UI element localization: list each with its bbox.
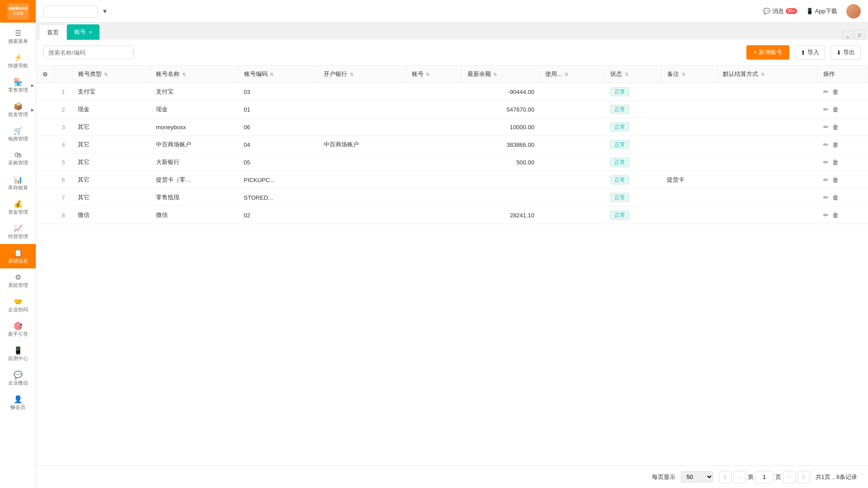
edit-button[interactable]: ✏ <box>823 141 829 148</box>
window-minimize-button[interactable]: _ <box>843 30 853 40</box>
row-remark <box>661 136 717 154</box>
message-button[interactable]: 💬 消息 99+ <box>763 7 797 15</box>
column-account[interactable]: 账号 ⇅ <box>406 66 462 83</box>
header-dropdown-icon[interactable]: ▾ <box>103 7 107 15</box>
sidebar-item-company-agreement[interactable]: 🤝 企业协同 <box>0 293 36 317</box>
edit-button[interactable]: ✏ <box>823 211 829 219</box>
header-search-input[interactable] <box>43 5 98 18</box>
column-settings[interactable]: ⚙ <box>36 66 54 83</box>
table-row: 5 其它 大新银行 05 500.00 正常 ✏ 🗑 <box>36 154 868 171</box>
sidebar-item-new-guide[interactable]: 🎯 新手引导 <box>0 317 36 342</box>
delete-button[interactable]: 🗑 <box>832 176 839 183</box>
row-status: 正常 <box>605 136 662 154</box>
column-usage[interactable]: 使用... ⇅ <box>540 66 605 83</box>
close-tab-icon[interactable]: ✕ <box>89 30 92 35</box>
avatar[interactable] <box>846 4 861 19</box>
sidebar-item-retail[interactable]: 🏪 零售管理 ▶ <box>0 73 36 98</box>
export-label: 导出 <box>843 48 855 56</box>
wholesale-icon: 📦 <box>14 102 23 111</box>
row-usage <box>540 136 605 154</box>
row-status: 正常 <box>605 154 662 171</box>
page-number-input[interactable] <box>755 471 774 483</box>
table-row: 2 现金 现金 01 547670.00 正常 ✏ 🗑 <box>36 101 868 118</box>
delete-button[interactable]: 🗑 <box>832 123 839 131</box>
row-status: 正常 <box>605 189 662 206</box>
row-usage <box>540 83 605 101</box>
delete-button[interactable]: 🗑 <box>832 88 839 95</box>
column-balance[interactable]: 最新余额 ⇅ <box>462 66 540 83</box>
page-nav: ⟪ ‹ 第 页 › ⟫ <box>719 471 810 483</box>
system-label: 系统管理 <box>8 282 28 288</box>
search-label: 搜索菜单 <box>8 38 28 44</box>
page-next-button[interactable]: › <box>783 471 796 483</box>
row-balance <box>462 171 540 189</box>
search-input[interactable] <box>44 47 129 59</box>
edit-button[interactable]: ✏ <box>823 176 829 183</box>
import-button[interactable]: ⬆ 导入 <box>795 45 825 60</box>
app-center-label: 应用中心 <box>8 356 28 361</box>
sidebar-item-app-center[interactable]: 📱 应用中心 <box>0 342 36 366</box>
row-remark <box>661 189 717 206</box>
sidebar-item-member[interactable]: 👤 畅会员 <box>0 390 36 415</box>
row-account <box>406 189 462 206</box>
delete-button[interactable]: 🗑 <box>832 106 839 113</box>
column-type[interactable]: 账号类型 ⇅ <box>72 66 151 83</box>
sidebar-item-finance[interactable]: 💰 资金管理 <box>0 195 36 220</box>
message-label: 消息 <box>772 7 784 15</box>
sidebar-item-basic-info[interactable]: 📋 基础信息 <box>0 244 36 268</box>
row-actions: ✏ 🗑 <box>818 206 868 224</box>
delete-button[interactable]: 🗑 <box>832 141 839 148</box>
sidebar-item-quick-nav[interactable]: ⚡ 快捷导航 <box>0 49 36 73</box>
delete-button[interactable]: 🗑 <box>832 159 839 166</box>
page-last-button[interactable]: ⟫ <box>797 471 810 483</box>
main-area: ▾ 💬 消息 99+ 📱 App下载 首页 账号 ✕ _ <box>36 0 868 488</box>
new-guide-icon: 🎯 <box>14 322 23 330</box>
logo-text-top: 畅捷通好生意 <box>9 7 28 10</box>
edit-button[interactable]: ✏ <box>823 159 829 166</box>
page-size-select[interactable]: 50 100 200 <box>681 471 713 483</box>
page-first-button[interactable]: ⟪ <box>719 471 731 483</box>
column-settlement[interactable]: 默认结算方式 ⇅ <box>717 66 818 83</box>
search-button[interactable]: 🔍 <box>129 46 134 59</box>
sidebar-item-wholesale[interactable]: 📦 批发管理 ▶ <box>0 98 36 122</box>
export-button[interactable]: ⬇ 导出 <box>830 45 861 60</box>
system-icon: ⚙ <box>15 273 21 282</box>
tab-account[interactable]: 账号 ✕ <box>67 24 99 40</box>
row-balance: 547670.00 <box>462 101 540 118</box>
tab-home[interactable]: 首页 <box>40 25 66 40</box>
column-name[interactable]: 账号名称 ⇅ <box>151 66 238 83</box>
window-restore-button[interactable]: □ <box>854 30 864 40</box>
sidebar-item-inventory[interactable]: 📊 库存核算 <box>0 171 36 195</box>
row-remark <box>661 83 717 101</box>
row-name: 零售抵现 <box>151 189 238 206</box>
add-account-button[interactable]: + 新增账号 <box>746 45 789 60</box>
sidebar-item-purchase[interactable]: 🛍 采购管理 <box>0 146 36 171</box>
sidebar-item-operations[interactable]: 📈 经营管理 <box>0 220 36 244</box>
sidebar-item-ecommerce[interactable]: 🛒 电商管理 <box>0 122 36 146</box>
row-type: 其它 <box>72 154 151 171</box>
table-row: 7 其它 零售抵现 STORED... 正常 ✏ 🗑 <box>36 189 868 206</box>
row-code: 01 <box>238 101 318 118</box>
row-settlement <box>717 136 818 154</box>
sidebar-item-search[interactable]: ☰ 搜索菜单 <box>0 24 36 49</box>
delete-button[interactable]: 🗑 <box>832 211 839 219</box>
page-prev-button[interactable]: ‹ <box>733 471 746 483</box>
delete-button[interactable]: 🗑 <box>832 194 839 201</box>
edit-button[interactable]: ✏ <box>823 106 829 113</box>
app-download-button[interactable]: 📱 App下载 <box>806 7 837 15</box>
sidebar-item-system[interactable]: ⚙ 系统管理 <box>0 268 36 293</box>
column-remark[interactable]: 备注 ⇅ <box>661 66 717 83</box>
column-code[interactable]: 账号编码 ⇅ <box>238 66 318 83</box>
edit-button[interactable]: ✏ <box>823 194 829 201</box>
row-name: moneybosx <box>151 118 238 136</box>
column-status[interactable]: 状态 ⇅ <box>605 66 662 83</box>
row-usage <box>540 101 605 118</box>
edit-button[interactable]: ✏ <box>823 88 829 95</box>
column-bank[interactable]: 开户银行 ⇅ <box>318 66 406 83</box>
edit-button[interactable]: ✏ <box>823 123 829 131</box>
sidebar-item-company-wechat[interactable]: 💬 企业微信 <box>0 366 36 390</box>
ecommerce-icon: 🛒 <box>14 127 23 135</box>
row-usage <box>540 206 605 224</box>
company-wechat-label: 企业微信 <box>8 380 28 386</box>
wholesale-label: 批发管理 <box>8 112 28 117</box>
